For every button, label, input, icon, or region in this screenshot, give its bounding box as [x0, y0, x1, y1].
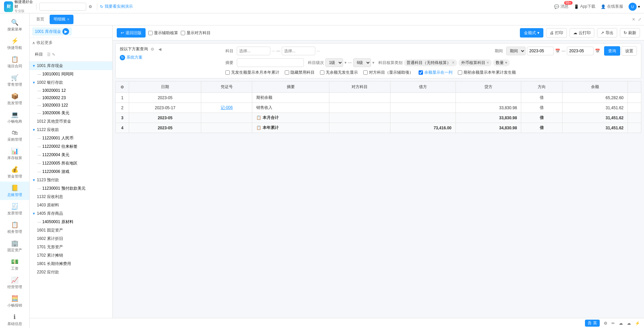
tree-item-11220005[interactable]: — 11220005 所在地区: [30, 159, 112, 168]
subject-nav-forward-btn[interactable]: ▶: [62, 28, 69, 35]
tree-item-1405[interactable]: ▼ 1405 库存商品: [30, 209, 112, 218]
sidebar-item-inventory[interactable]: 📊 库存核算: [0, 145, 29, 163]
tree-item-1403[interactable]: 1403 原材料: [30, 201, 112, 209]
tree-item-11230001[interactable]: — 11230001 预付款款美元: [30, 184, 112, 193]
sidebar-item-quick-nav[interactable]: ⚡ 快捷导航: [0, 35, 29, 53]
tree-item-1701[interactable]: 1701 无形资产: [30, 243, 112, 251]
settings-filter-btn[interactable]: 设置: [622, 46, 637, 56]
tree-item-1122[interactable]: ▼ 1122 应收款: [30, 126, 112, 134]
sidebar-item-expense[interactable]: 🧮 小畅报销: [0, 292, 29, 311]
sidebar-item-tax[interactable]: 📋 税务管理: [0, 218, 29, 237]
tree-item-11220004[interactable]: — 11220004 美元: [30, 151, 112, 159]
sidebar-item-operations[interactable]: 📈 经营管理: [0, 274, 29, 292]
sidebar-item-ecommerce[interactable]: 💻 小畅电商: [0, 108, 29, 127]
filter-settings-icon[interactable]: ⚙: [151, 47, 154, 52]
no-balance-no-occur-input[interactable]: [320, 70, 324, 75]
sidebar-item-payroll[interactable]: 💵 工资: [0, 255, 29, 274]
app-download-btn[interactable]: 📱 App下载: [574, 4, 595, 9]
status-settings-btn[interactable]: ⚙: [604, 321, 607, 326]
tree-item-1012[interactable]: 1012 其他货币资金: [30, 117, 112, 126]
search-input[interactable]: [39, 3, 86, 11]
period-calendar-icon[interactable]: 📅: [555, 49, 560, 53]
sidebar-item-fixed-assets[interactable]: 🏢 固定资产: [0, 237, 29, 255]
tree-item-1702[interactable]: 1702 累计摊销: [30, 251, 112, 260]
refresh-btn[interactable]: ↻ 刷新: [620, 28, 640, 38]
print-btn[interactable]: 🖨 打印: [546, 28, 567, 38]
tree-item-1123[interactable]: ▼ 1123 预付款: [30, 176, 112, 184]
status-cloud-btn[interactable]: ☁: [619, 321, 623, 326]
tree-item-10020002[interactable]: — 10020002 23: [30, 94, 112, 102]
user-avatar[interactable]: U ▾: [629, 3, 640, 11]
tree-item-2202[interactable]: 2202 应付款: [30, 268, 112, 276]
category-tag-close-1[interactable]: ×: [452, 60, 454, 65]
voucher-link[interactable]: 记-006: [221, 105, 233, 110]
tree-item-1002[interactable]: ▼ 1002 银行存款: [30, 78, 112, 87]
sidebar-item-purchase[interactable]: 🛍 采购管理: [0, 127, 29, 145]
period-to-input[interactable]: [567, 47, 594, 55]
list-view-icon[interactable]: ☰: [47, 52, 51, 57]
period-begin-balance-checkbox[interactable]: 期初余额显示本年累计发生额: [458, 70, 516, 75]
show-aux-input[interactable]: [148, 31, 153, 35]
tab-close-icon[interactable]: ×: [67, 17, 69, 22]
window-expand-icon[interactable]: ⤢: [638, 17, 641, 22]
no-balance-input[interactable]: [225, 70, 230, 75]
category-tag-close-3[interactable]: ▾: [505, 60, 507, 65]
period-mode-select[interactable]: 期间: [506, 47, 526, 55]
period-calendar-icon2[interactable]: 📅: [595, 49, 600, 53]
category-tag-close-2[interactable]: ×: [487, 60, 489, 65]
period-begin-balance-input[interactable]: [458, 70, 462, 75]
show-contra-checkbox[interactable]: 显示对方科目: [181, 30, 211, 36]
sidebar-item-retail[interactable]: 🛒 零售管理: [0, 71, 29, 90]
online-service-btn[interactable]: 👤 在线客服: [601, 4, 623, 9]
tree-item-1801[interactable]: 1801 长期待摊费用: [30, 260, 112, 268]
tree-item-10020003[interactable]: — 10020003 122: [30, 102, 112, 109]
cloud-print-btn[interactable]: ☁ 云打印: [570, 28, 594, 38]
window-close-icon[interactable]: ✕: [632, 17, 635, 22]
tree-item-10020001[interactable]: — 10020001 12: [30, 87, 112, 94]
contra-subject-checkbox[interactable]: 对方科目（显示辅助项）: [363, 70, 413, 75]
demo-btn[interactable]: ↻ 我要看实例演示: [100, 4, 133, 9]
status-cloud-btn2[interactable]: ☁: [627, 321, 631, 326]
level-to-select[interactable]: 6级: [353, 58, 371, 67]
balance-in-one-col-checkbox[interactable]: 余额显示在一列: [419, 70, 452, 75]
tab-home[interactable]: 首页: [32, 15, 48, 24]
tree-item-1602[interactable]: 1602 累计折旧: [30, 235, 112, 243]
tree-item-1601[interactable]: 1601 固定资产: [30, 226, 112, 235]
tree-item-11220002[interactable]: — 11220002 往来标签: [30, 142, 112, 151]
collapse-panel-btn[interactable]: ◀: [158, 47, 161, 52]
hide-disabled-input[interactable]: [285, 70, 289, 75]
sidebar-item-invoice[interactable]: 🧾 发票管理: [0, 200, 29, 218]
sidebar-item-basic-info[interactable]: ℹ 基础信息: [0, 311, 29, 328]
edit-icon[interactable]: ✎: [52, 52, 55, 57]
return-old-version-btn[interactable]: ↩ 退回旧版: [117, 28, 146, 38]
sidebar-item-project[interactable]: 📋 项目合同: [0, 53, 29, 71]
balance-in-one-col-input[interactable]: [419, 70, 423, 75]
no-balance-checkbox[interactable]: 无发生额显示本月本年累计: [225, 70, 279, 75]
sidebar-item-ledger[interactable]: 📒 总账管理: [0, 182, 29, 200]
tree-item-14050001[interactable]: — 14050001 原材料: [30, 218, 112, 226]
contra-subject-input[interactable]: [363, 70, 368, 75]
subject-filter-input2[interactable]: [282, 47, 315, 55]
period-from-input[interactable]: [527, 47, 554, 55]
tab-detail[interactable]: 明细账 ×: [50, 15, 73, 24]
subject-filter-input[interactable]: [237, 47, 270, 55]
tree-item-1132[interactable]: 1132 应收利息: [30, 193, 112, 201]
tree-item-11220006[interactable]: — 11220006 游戏: [30, 168, 112, 176]
settings-icon[interactable]: ⚙: [86, 3, 94, 11]
tree-item-11220001[interactable]: — 11220001 人民币: [30, 134, 112, 142]
amount-mode-btn[interactable]: 金额式 ▾: [520, 28, 543, 38]
summary-input[interactable]: [237, 58, 304, 67]
level-from-select[interactable]: 1级: [325, 58, 343, 67]
collapse-more-btn[interactable]: ∧ 收起更多: [30, 38, 112, 48]
tree-item-10020006[interactable]: — 10020006 美元: [30, 109, 112, 117]
sidebar-item-search[interactable]: 🔍 搜索菜单: [0, 16, 29, 35]
query-btn[interactable]: 查询: [604, 46, 620, 56]
show-contra-input[interactable]: [181, 31, 185, 35]
hide-disabled-checkbox[interactable]: 隐藏禁用科目: [285, 70, 315, 75]
message-btn[interactable]: 💬 消息 99+: [554, 4, 569, 9]
tree-item-1001[interactable]: ▼ 1001 库存现金: [30, 62, 112, 70]
no-balance-no-occur-checkbox[interactable]: 无余额无发生显示: [320, 70, 358, 75]
lang-btn[interactable]: 吾 英: [585, 320, 600, 327]
tree-item-10010001[interactable]: — 10010001 同同同: [30, 70, 112, 78]
status-flash-btn[interactable]: ⚡: [635, 321, 640, 326]
